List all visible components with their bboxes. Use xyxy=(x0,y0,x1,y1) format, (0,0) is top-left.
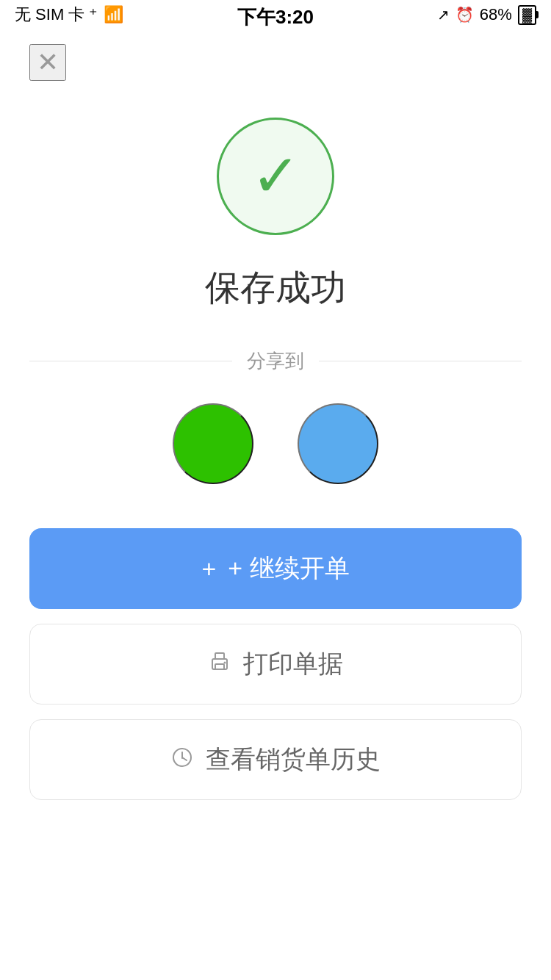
status-right: ↗ ⏰ 68% ▓ xyxy=(437,5,536,25)
wifi-icon: 📶 xyxy=(104,5,123,24)
history-label: 查看销货单历史 xyxy=(206,743,381,777)
share-divider: 分享到 xyxy=(29,348,522,374)
close-button-container: ✕ xyxy=(29,44,522,81)
continue-label: + 继续开单 xyxy=(228,552,349,586)
svg-rect-17 xyxy=(215,664,224,669)
printer-icon xyxy=(208,650,231,679)
svg-rect-16 xyxy=(215,653,224,659)
sim-status: 无 SIM 卡 ⁺ xyxy=(15,4,98,26)
svg-point-18 xyxy=(224,661,226,663)
share-label: 分享到 xyxy=(247,348,304,374)
svg-line-21 xyxy=(182,757,187,760)
print-button[interactable]: 打印单据 xyxy=(29,624,522,705)
success-title: 保存成功 xyxy=(205,264,346,311)
success-circle: ✓ xyxy=(217,118,334,235)
divider-line-right xyxy=(319,361,522,361)
close-button[interactable]: ✕ xyxy=(29,44,66,81)
checkmark-icon: ✓ xyxy=(251,147,300,206)
plus-icon: + xyxy=(201,555,216,583)
action-buttons: + + 继续开单 打印单据 xyxy=(29,528,522,800)
battery-level: 68% xyxy=(480,5,512,24)
close-icon: ✕ xyxy=(37,49,59,76)
wechat-share-button[interactable] xyxy=(173,403,253,484)
history-button[interactable]: 查看销货单历史 xyxy=(29,719,522,800)
divider-line-left xyxy=(29,361,232,361)
battery-icon: ▓ xyxy=(518,5,536,25)
continue-button[interactable]: + + 继续开单 xyxy=(29,528,522,609)
status-left: 无 SIM 卡 ⁺ 📶 xyxy=(15,4,123,26)
status-bar: 无 SIM 卡 ⁺ 📶 下午3:20 ↗ ⏰ 68% ▓ xyxy=(0,0,551,29)
qq-share-button[interactable] xyxy=(298,403,378,484)
clock-icon xyxy=(170,746,194,774)
alarm-icon: ⏰ xyxy=(455,6,474,24)
main-content: ✕ ✓ 保存成功 分享到 xyxy=(0,29,551,829)
print-label: 打印单据 xyxy=(243,647,343,681)
location-icon: ↗ xyxy=(437,6,450,24)
share-icons-container xyxy=(173,403,378,484)
status-time: 下午3:20 xyxy=(237,4,314,30)
